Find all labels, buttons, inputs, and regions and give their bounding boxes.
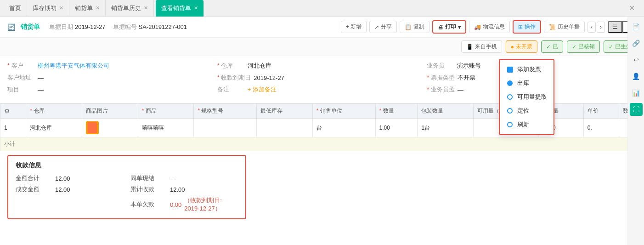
subtotal-cell: 小计	[0, 137, 644, 151]
sidebar-user-button[interactable]: 👤	[630, 70, 643, 83]
doc-number-value: SA-20191227-001	[139, 23, 187, 30]
sold-icon: ✓	[572, 44, 576, 50]
history-button[interactable]: 📜 历史单据	[544, 21, 585, 33]
warehouse-value: 河北仓库	[248, 62, 271, 70]
product-image	[86, 121, 99, 134]
tab-close-history[interactable]: ✕	[144, 5, 148, 11]
address-value: —	[38, 74, 44, 81]
print-icon: 🖨	[438, 24, 443, 30]
project-label: 项目	[7, 85, 35, 94]
logistics-button[interactable]: 🚚 物流信息	[469, 21, 510, 33]
new-button[interactable]: + 新增	[341, 21, 367, 33]
col-img: 商品图片	[82, 104, 138, 119]
share-button[interactable]: ↗ 分享	[369, 21, 397, 33]
copy-icon: 📋	[405, 24, 412, 30]
tab-close-sales[interactable]: ✕	[96, 5, 100, 11]
note-label: 备注	[217, 85, 245, 94]
dropdown-refresh[interactable]: 刷新	[500, 118, 554, 131]
cell-price: 0.	[583, 119, 619, 137]
staff-label: 业务员	[427, 62, 454, 70]
subtotal-row: 小计	[0, 137, 644, 151]
tab-close-inventory[interactable]: ✕	[59, 5, 63, 11]
dropdown-add-invoice[interactable]: 添加发票	[500, 63, 554, 76]
next-button[interactable]: ›	[597, 22, 605, 33]
tab-inventory-init[interactable]: 库存期初 ✕	[27, 0, 69, 17]
payment-total-value: 12.00	[55, 175, 70, 182]
tab-close-view[interactable]: ✕	[194, 5, 198, 11]
print-dropdown-arrow: ▾	[458, 24, 461, 30]
add-note-button[interactable]: + 添加备注	[248, 85, 277, 94]
col-pack-qty: 包装数量	[418, 104, 474, 119]
locate-icon	[506, 107, 514, 114]
print-button[interactable]: 🖨 打印 ▾	[432, 20, 466, 34]
payment-collected-value: 12.00	[170, 186, 185, 193]
view-list-button[interactable]: ☰	[608, 21, 622, 33]
address-label: 客户地址	[7, 74, 35, 82]
col-spec: 规格型号	[194, 104, 257, 119]
cell-spec	[194, 119, 257, 137]
payment-owed-item: 本单欠款 0.00 （收款到期日: 2019-12-27）	[130, 196, 238, 213]
sidebar-return-button[interactable]: ↩	[630, 53, 643, 66]
col-warehouse: 仓库	[26, 104, 82, 119]
due-date-value: 2019-12-27	[254, 74, 284, 81]
sidebar-doc-button[interactable]: 📄	[630, 20, 643, 33]
operate-icon: ⊞	[518, 24, 523, 30]
doc-meta: 单据日期 2019-12-27 单据编号 SA-20191227-001	[49, 23, 187, 31]
not-opened-button[interactable]: ● 未开票	[506, 40, 537, 53]
sold-status-button[interactable]: ✓ 已核销	[567, 40, 600, 53]
dropdown-outbound[interactable]: 出库	[500, 76, 554, 90]
phone-icon: 📱	[466, 44, 473, 50]
share-icon: ↗	[374, 24, 379, 30]
effective-icon: ✓	[609, 44, 613, 50]
main-content: 🔄 销货单 单据日期 2019-12-27 单据编号 SA-20191227-0…	[0, 17, 644, 245]
tab-bar: 首页 库存期初 ✕ 销货单 ✕ 销货单历史 ✕ 查看销货单 ✕ ✕	[0, 0, 644, 17]
cell-product: 嘻嘻嘻嘻	[138, 119, 194, 137]
sidebar-expand-button[interactable]: ⛶	[630, 103, 643, 116]
customer-value[interactable]: 柳州粤港平安气体有限公司	[38, 62, 109, 70]
payment-owed-label: 本单欠款	[130, 200, 167, 209]
prev-button[interactable]: ‹	[588, 22, 596, 33]
dropdown-available[interactable]: 可用量提取	[500, 90, 554, 104]
gear-icon[interactable]: ⚙	[4, 108, 10, 115]
secondary-toolbar: 📱 来自手机 ● 未开票 ✓ 已 ✓ 已核销 ✓ 已生效	[0, 38, 644, 56]
dropdown-menu: 添加发票 出库 可用量提取 定位 刷新	[499, 59, 554, 135]
main-close-button[interactable]: ✕	[623, 4, 640, 12]
confirm-button[interactable]: ✓ 已	[541, 40, 563, 53]
sidebar-chart-button[interactable]: 📊	[630, 86, 643, 99]
payment-owed-value: 0.00	[170, 201, 181, 208]
col-product: 商品	[138, 104, 194, 119]
doc-number-field: 单据编号 SA-20191227-001	[113, 23, 187, 31]
staff-value: 演示账号	[457, 62, 481, 70]
salesperson-value: —	[458, 86, 463, 93]
ticket-label: 票据类型	[427, 74, 455, 82]
payment-section: 收款信息 金额合计 12.00 同单现结 — 成交金额 12.00 累计收款 1…	[7, 155, 246, 219]
warehouse-group: 仓库 河北仓库	[217, 62, 427, 70]
sidebar-link-button[interactable]: 🔗	[630, 37, 643, 50]
dropdown-locate[interactable]: 定位	[500, 104, 554, 118]
copy-button[interactable]: 📋 复制	[400, 21, 429, 33]
payment-title: 收款信息	[16, 161, 238, 170]
payment-same-settle-item: 同单现结 —	[130, 174, 238, 182]
cell-pack-qty: 1台	[418, 119, 474, 137]
operate-button[interactable]: ⊞ 操作	[513, 20, 541, 34]
address-group: 客户地址 —	[7, 74, 217, 82]
tab-home[interactable]: 首页	[4, 0, 27, 17]
payment-due-note: （收款到期日: 2019-12-27）	[184, 196, 238, 213]
available-icon	[506, 93, 514, 101]
tab-sales-history[interactable]: 销货单历史 ✕	[106, 0, 154, 17]
warehouse-label: 仓库	[217, 62, 245, 70]
tab-view-sales[interactable]: 查看销货单 ✕	[156, 0, 204, 17]
col-unit: 销售单位	[312, 104, 375, 119]
doc-type-label: 销货单	[21, 23, 40, 31]
cell-unit: 台	[312, 119, 375, 137]
outbound-icon	[506, 80, 514, 87]
tab-sales-order[interactable]: 销货单 ✕	[69, 0, 106, 17]
project-group: 项目 —	[7, 85, 217, 94]
payment-grid: 金额合计 12.00 同单现结 — 成交金额 12.00 累计收款 12.00 …	[16, 174, 238, 213]
from-phone-button[interactable]: 📱 来自手机	[461, 40, 502, 53]
payment-deal-item: 成交金额 12.00	[16, 185, 123, 194]
payment-collected-label: 累计收款	[130, 185, 167, 194]
payment-same-settle-label: 同单现结	[130, 174, 167, 182]
col-price: 单价	[583, 104, 619, 119]
right-sidebar: 📄 🔗 ↩ 👤 📊 ⛶	[627, 17, 644, 245]
